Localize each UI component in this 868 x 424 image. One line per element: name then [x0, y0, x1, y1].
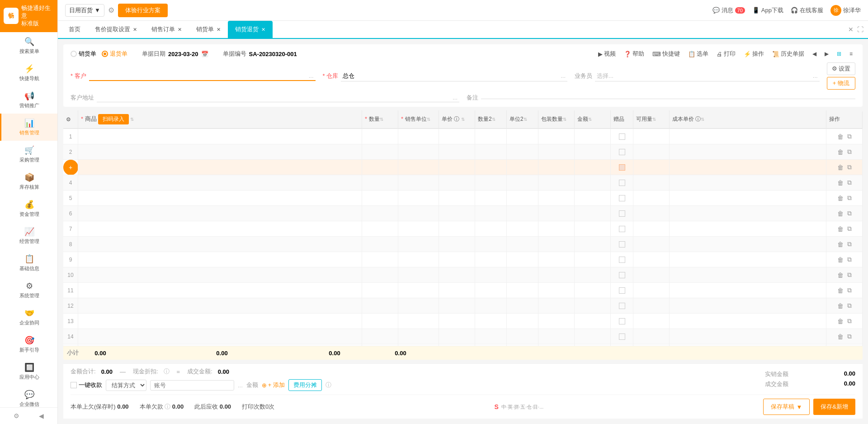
gift-checkbox-11[interactable] — [619, 287, 625, 294]
expense-split-btn[interactable]: 费用分摊 — [288, 379, 322, 391]
price-cell-8[interactable] — [439, 237, 475, 252]
qty2-cell-11[interactable] — [475, 283, 507, 298]
pkg-cell-6[interactable] — [538, 206, 575, 221]
th-settings[interactable]: ⚙ — [63, 110, 78, 129]
price-cell-2[interactable] — [439, 144, 475, 160]
unit-cell-1[interactable] — [398, 129, 439, 144]
product-cell-8[interactable] — [78, 237, 362, 252]
available-sort-icon[interactable]: ⇅ — [652, 117, 656, 122]
sidebar-item-system[interactable]: ⚙系统管理 — [0, 276, 57, 304]
tab-home[interactable]: 首页 — [61, 21, 88, 39]
pkg-sort-icon[interactable]: ⇅ — [563, 117, 566, 122]
available-cell-4[interactable] — [633, 175, 670, 191]
qty-cell-14[interactable] — [362, 329, 398, 344]
copy-btn-14[interactable]: ⧉ — [846, 332, 853, 341]
qty-cell-12[interactable] — [362, 298, 398, 314]
gift-cell-12[interactable] — [611, 298, 633, 314]
topbar-gear-icon[interactable]: ⚙ — [108, 6, 114, 14]
scan-btn[interactable]: 扫码录入 — [98, 114, 129, 124]
amount-cell-1[interactable] — [575, 129, 611, 144]
gift-cell-5[interactable] — [611, 191, 633, 206]
qty-cell-13[interactable] — [362, 314, 398, 329]
pkg-cell-14[interactable] — [538, 329, 575, 344]
gift-cell-13[interactable] — [611, 314, 633, 329]
product-cell-5[interactable] — [78, 191, 362, 206]
app-download-item[interactable]: 📱 App下载 — [752, 6, 783, 14]
price-cell-5[interactable] — [439, 191, 475, 206]
unit2-cell-8[interactable] — [507, 237, 538, 252]
gift-cell-6[interactable] — [611, 206, 633, 221]
cost-sort-icon[interactable]: ⇅ — [701, 117, 704, 122]
pkg-cell-12[interactable] — [538, 298, 575, 314]
unit2-cell-6[interactable] — [507, 206, 538, 221]
tab-sales_return[interactable]: 销货退货✕ — [228, 21, 273, 39]
gift-checkbox-8[interactable] — [619, 241, 625, 248]
trial-btn[interactable]: 体验行业方案 — [118, 4, 168, 17]
available-cell-1[interactable] — [633, 129, 670, 144]
select-order-btn[interactable]: 📋 选单 — [685, 49, 711, 59]
qty2-cell-6[interactable] — [475, 206, 507, 221]
pkg-cell-5[interactable] — [538, 191, 575, 206]
delete-btn-2[interactable]: 🗑 — [836, 147, 844, 157]
save-new-btn[interactable]: 保存&新增 — [813, 399, 855, 415]
gift-cell-2[interactable] — [611, 144, 633, 160]
cost-cell-6[interactable] — [670, 206, 826, 221]
pkg-cell-11[interactable] — [538, 283, 575, 298]
unit2-cell-11[interactable] — [507, 283, 538, 298]
gift-checkbox-1[interactable] — [619, 133, 625, 140]
unit2-cell-1[interactable] — [507, 129, 538, 144]
unit2-cell-14[interactable] — [507, 329, 538, 344]
product-cell-10[interactable] — [78, 267, 362, 283]
qty2-cell-7[interactable] — [475, 221, 507, 237]
cost-cell-12[interactable] — [670, 298, 826, 314]
qty2-cell-9[interactable] — [475, 252, 507, 267]
qty-cell-6[interactable] — [362, 206, 398, 221]
sidebar-settings-btn[interactable]: ⚙ — [13, 411, 20, 420]
unit2-cell-2[interactable] — [507, 144, 538, 160]
price-cell-1[interactable] — [439, 129, 475, 144]
tab-sales_order[interactable]: 销售订单✕ — [144, 21, 189, 39]
sidebar-item-search[interactable]: 🔍搜索菜单 — [0, 32, 57, 59]
qty2-cell-14[interactable] — [475, 329, 507, 344]
amount-cell-7[interactable] — [575, 221, 611, 237]
prev-record-btn[interactable]: ◀ — [810, 50, 819, 58]
unit2-sort-icon[interactable]: ⇅ — [524, 117, 527, 122]
unit-cell-2[interactable] — [398, 144, 439, 160]
delete-btn-5[interactable]: 🗑 — [836, 193, 844, 203]
salesperson-input[interactable]: 选择... ... — [595, 71, 820, 81]
qty-cell-1[interactable] — [362, 129, 398, 144]
pkg-cell-9[interactable] — [538, 252, 575, 267]
cost-cell-3[interactable] — [670, 160, 826, 175]
cost-cell-11[interactable] — [670, 283, 826, 298]
gift-checkbox-7[interactable] — [619, 226, 625, 232]
price-cell-10[interactable] — [439, 267, 475, 283]
unit2-cell-7[interactable] — [507, 221, 538, 237]
unit-cell-8[interactable] — [398, 237, 439, 252]
customer-dots[interactable]: ... — [309, 72, 314, 79]
one-click-check[interactable]: 一键收款 — [71, 381, 102, 389]
cost-cell-10[interactable] — [670, 267, 826, 283]
settings-btn[interactable]: ⚙ 设置 — [827, 62, 855, 75]
user-item[interactable]: 徐 徐泽华 — [830, 5, 861, 16]
save-draft-btn[interactable]: 保存草稿 ▼ — [763, 399, 810, 415]
available-cell-10[interactable] — [633, 267, 670, 283]
available-cell-11[interactable] — [633, 283, 670, 298]
sidebar-item-shortcut[interactable]: ⚡快捷导航 — [0, 59, 57, 86]
amount-cell-3[interactable] — [575, 160, 611, 175]
price-cell-13[interactable] — [439, 314, 475, 329]
price-cell-7[interactable] — [439, 221, 475, 237]
product-cell-3[interactable] — [78, 160, 362, 175]
gift-checkbox-2[interactable] — [619, 149, 625, 155]
salesperson-dots[interactable]: ... — [813, 72, 818, 79]
price-cell-14[interactable] — [439, 329, 475, 344]
amount-cell-12[interactable] — [575, 298, 611, 314]
grid-view-btn[interactable]: ⊞ — [834, 50, 844, 58]
delete-btn-8[interactable]: 🗑 — [836, 239, 844, 249]
account-input[interactable] — [150, 380, 234, 391]
gift-checkbox-4[interactable] — [619, 180, 625, 186]
settle-method-select[interactable]: 结算方式 — [106, 380, 146, 391]
add-payment-btn[interactable]: ⊕ + 添加 — [262, 381, 285, 389]
available-cell-7[interactable] — [633, 221, 670, 237]
sidebar-item-basic[interactable]: 📋基础信息 — [0, 249, 57, 276]
price-cell-6[interactable] — [439, 206, 475, 221]
